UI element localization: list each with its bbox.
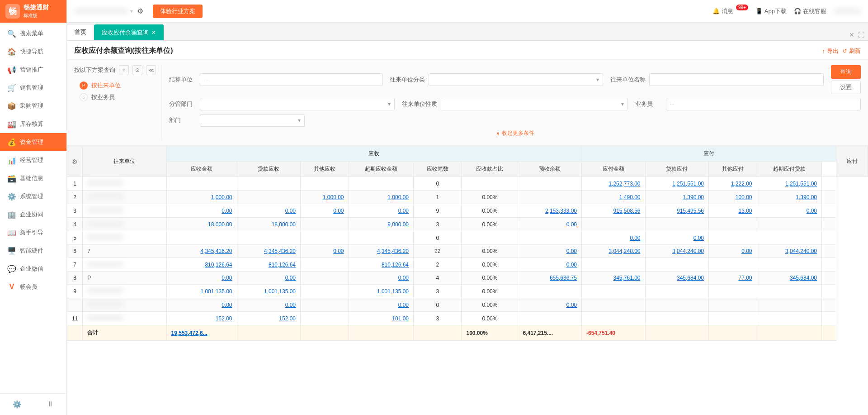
- dept-manager-input[interactable]: ▾: [200, 98, 395, 110]
- footer-overdue-ar: [349, 325, 414, 341]
- other-ap-header: 其他应付: [709, 162, 757, 177]
- search-icon: 🔍: [7, 29, 16, 38]
- app-download-button[interactable]: 📱 App下载: [755, 7, 787, 15]
- ar-amount-header: 应收金额: [166, 162, 237, 177]
- collapse-icon: ∧: [496, 130, 500, 137]
- salesperson-input[interactable]: ···: [666, 98, 861, 110]
- footer-loan-ap: [645, 325, 709, 341]
- sidebar-collapse-button[interactable]: ⏸: [43, 398, 57, 410]
- topbar-left: ▾ ⚙ 体验行业方案: [74, 4, 712, 19]
- logo-icon: 畅: [5, 4, 20, 19]
- table-row: 0.000.000.0000.00%0.00: [67, 298, 868, 312]
- ar-group-header: 应收: [166, 146, 581, 162]
- partner-icon: P: [80, 81, 88, 90]
- filter-collapse-button[interactable]: ≪: [146, 65, 156, 75]
- notifications-button[interactable]: 🔔 消息 99+: [712, 7, 748, 15]
- table-footer: 合计 19,553,472,6... 100.00% 6,417,215....…: [67, 325, 868, 341]
- bell-icon: 🔔: [712, 8, 720, 14]
- filter-row-1: 结算单位 ··· 往来单位分类 ▾: [169, 65, 861, 94]
- tab-home[interactable]: 首页: [67, 24, 94, 40]
- query-button[interactable]: 查询: [831, 65, 861, 79]
- home-icon: 🏠: [7, 47, 16, 56]
- corp-icon: 🏢: [7, 210, 16, 219]
- sidebar-item-search[interactable]: 🔍 搜索菜单: [0, 24, 66, 43]
- sidebar-item-inventory[interactable]: 🏭 库存核算: [0, 115, 66, 133]
- tab-query[interactable]: 应收应付余额查询 ✕: [94, 24, 164, 40]
- table-row: 500.000.00: [67, 231, 868, 245]
- sidebar-item-marketing[interactable]: 📢 营销推广: [0, 61, 66, 79]
- partner-category-input[interactable]: ▾: [429, 73, 603, 86]
- sidebar-item-purchase[interactable]: 📦 采购管理: [0, 97, 66, 115]
- sidebar-bottom: ⚙️ ⏸: [0, 393, 66, 415]
- table-area[interactable]: ⚙ 往来单位 应收 应付 应付 应收金额 贷款应收 其他应收 超期应收金额 应收…: [67, 146, 868, 415]
- breadcrumb-text: [74, 9, 128, 14]
- filter-by-partner[interactable]: P 按往来单位: [74, 80, 126, 91]
- table-row: 101,252,773.001,251,551.001,222.001,251,…: [67, 177, 868, 191]
- setting-button[interactable]: 设置: [831, 81, 861, 94]
- maximize-button[interactable]: ⛶: [858, 31, 864, 38]
- close-window-button[interactable]: ✕: [849, 31, 854, 38]
- sidebar-item-quicknav[interactable]: 🏠 快捷导航: [0, 43, 66, 61]
- ar-ratio-header: 应收款占比: [462, 162, 518, 177]
- sidebar-item-finance[interactable]: 💰 资金管理: [0, 133, 66, 151]
- table-sub-header-row: 应收金额 贷款应收 其他应收 超期应收金额 应收笔数 应收款占比 预收余额 应付…: [67, 162, 868, 177]
- filter-collapse-button[interactable]: ∧ 收起更多条件: [169, 127, 861, 140]
- table-row: 8P0.000.000.0040.00%655,636.75345,761.00…: [67, 272, 868, 285]
- filter-settings-button[interactable]: ⊙: [132, 65, 142, 75]
- ar-count-header: 应收笔数: [414, 162, 462, 177]
- partner-header: 往来单位: [83, 146, 166, 177]
- export-icon: ↑: [822, 48, 826, 54]
- partner-name-input[interactable]: [649, 73, 824, 86]
- settings-header[interactable]: ⚙: [67, 146, 83, 177]
- headset-icon: 🎧: [794, 8, 801, 14]
- export-button[interactable]: ↑ 导出: [822, 47, 839, 55]
- other-ar-header: 其他应收: [301, 162, 349, 177]
- loan-ap-header: 贷款应付: [645, 162, 709, 177]
- table-row: 91,001,135.001,001,135.001,001,135.0030.…: [67, 285, 868, 298]
- tab-close-button[interactable]: ✕: [151, 30, 156, 35]
- purchase-icon: 📦: [7, 101, 16, 110]
- sidebar-item-basic[interactable]: 🗃️ 基础信息: [0, 169, 66, 187]
- filter-add-button[interactable]: +: [119, 65, 129, 75]
- topbar-gear-button[interactable]: ⚙: [133, 4, 147, 19]
- sidebar-item-guide[interactable]: 📖 新手引导: [0, 224, 66, 242]
- footer-prepay: 6,417,215....: [518, 325, 582, 341]
- filter-field-dept-manager: 分管部门 ▾: [169, 98, 395, 110]
- sidebar-item-ops[interactable]: 📊 经营管理: [0, 151, 66, 169]
- guide-icon: 📖: [7, 228, 16, 237]
- partner-nature-input[interactable]: ▾: [441, 98, 627, 110]
- overdue-ap-header: 超期应付贷款: [757, 162, 822, 177]
- inventory-icon: 🏭: [7, 119, 16, 129]
- page-actions: ↑ 导出 ↺ 刷新: [822, 47, 861, 55]
- data-table: ⚙ 往来单位 应收 应付 应付 应收金额 贷款应收 其他应收 超期应收金额 应收…: [67, 146, 868, 341]
- sidebar-item-system[interactable]: ⚙️ 系统管理: [0, 187, 66, 205]
- customer-service-button[interactable]: 🎧 在线客服: [794, 7, 826, 15]
- system-icon: ⚙️: [7, 192, 16, 201]
- table-row: 7810,126.64810,126.64810,126.6420.00%0.0…: [67, 258, 868, 272]
- sidebar-gear-button[interactable]: ⚙️: [9, 398, 25, 410]
- filter-nav-staff: ○ 按业务员: [74, 91, 156, 103]
- footer-ar-amount: 19,553,472,6...: [166, 325, 237, 341]
- sidebar-item-weixin[interactable]: 💬 企业微信: [0, 260, 66, 278]
- filter-field-partner-nature: 往来单位性质 ▾: [402, 98, 627, 110]
- ap-group-header: 应付: [581, 146, 836, 162]
- sidebar-item-vip[interactable]: V 畅会员: [0, 278, 66, 296]
- promo-button[interactable]: 体验行业方案: [153, 5, 203, 18]
- sidebar-item-corp[interactable]: 🏢 企业协同: [0, 205, 66, 224]
- main-content: ▾ ⚙ 体验行业方案 🔔 消息 99+ 📱 App下载 🎧 在线客服: [67, 0, 868, 415]
- refresh-button[interactable]: ↺ 刷新: [842, 47, 861, 55]
- filter-top: 按以下方案查询 + ⊙ ≪: [74, 65, 156, 75]
- user-avatar[interactable]: [834, 9, 861, 14]
- footer-ar-ratio: 100.00%: [462, 325, 518, 341]
- footer-row: 合计 19,553,472,6... 100.00% 6,417,215....…: [67, 325, 868, 341]
- footer-overdue-ap: [757, 325, 822, 341]
- table-row: 11152.00152.00101.0030.00%: [67, 312, 868, 325]
- settlement-unit-input[interactable]: ···: [200, 73, 382, 86]
- breadcrumb: ▾: [74, 8, 133, 14]
- sidebar-item-hardware[interactable]: 🖥️ 智能硬件: [0, 242, 66, 260]
- sidebar-item-sales[interactable]: 🛒 销售管理: [0, 79, 66, 97]
- dept-input[interactable]: ▾: [200, 114, 305, 127]
- table-row: 674,345,436.204,345,436.200.004,345,436.…: [67, 245, 868, 258]
- filter-by-staff[interactable]: ○ 按业务员: [74, 91, 120, 103]
- table-row: 418,000.0018,000.009,000.0030.00%0.00: [67, 218, 868, 231]
